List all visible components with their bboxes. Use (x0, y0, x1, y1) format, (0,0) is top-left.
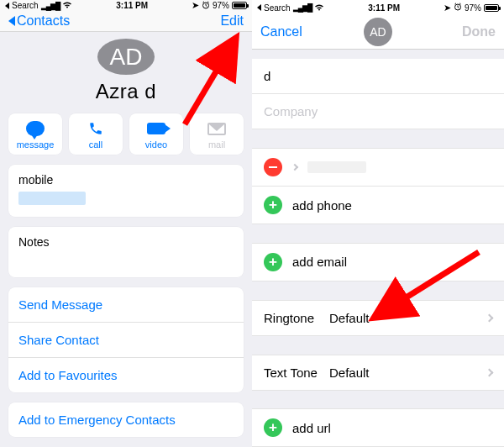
nav-bar-edit: Cancel AD Done (252, 15, 504, 49)
notes-card[interactable]: Notes (8, 227, 244, 277)
ringtone-row[interactable]: Ringtone Default (252, 300, 504, 336)
back-label: Contacts (17, 13, 70, 29)
texttone-label: Text Tone (264, 365, 329, 380)
back-button[interactable]: Contacts (8, 13, 70, 29)
add-phone-label: add phone (292, 198, 352, 213)
emergency-card: Add to Emergency Contacts (8, 402, 244, 437)
texttone-value: Default (329, 365, 370, 380)
phone-icon (88, 120, 103, 137)
add-email-row[interactable]: + add email (252, 243, 504, 281)
battery-icon (484, 4, 499, 12)
mail-label: mail (208, 139, 225, 150)
add-icon: + (264, 418, 282, 437)
location-icon: ➤ (192, 0, 199, 11)
add-icon: + (264, 196, 282, 214)
company-field[interactable]: Company (252, 94, 504, 129)
wifi-icon (62, 1, 72, 10)
phone-type-label: mobile (18, 173, 234, 187)
video-icon (147, 123, 165, 134)
status-bar: Search ▂▄▆█ 3:11 PM ➤ 97% (0, 0, 252, 11)
video-tile[interactable]: video (129, 113, 183, 155)
edit-button[interactable]: Edit (220, 13, 244, 29)
add-url-row[interactable]: + add url (252, 408, 504, 447)
avatar-small[interactable]: AD (364, 18, 392, 46)
add-emergency-link[interactable]: Add to Emergency Contacts (8, 402, 244, 437)
add-favourites-link[interactable]: Add to Favourites (8, 357, 244, 392)
send-message-link[interactable]: Send Message (8, 287, 244, 322)
company-placeholder: Company (264, 104, 318, 118)
contact-name: Azra d (0, 80, 252, 103)
battery-text: 97% (465, 3, 481, 13)
call-label: call (89, 139, 103, 150)
mail-icon (207, 123, 226, 135)
texttone-row[interactable]: Text Tone Default (252, 355, 504, 391)
notes-label: Notes (18, 235, 234, 249)
message-icon (26, 121, 45, 136)
wifi-icon (314, 3, 324, 13)
signal-icon: ▂▄▆█ (41, 2, 60, 10)
ringtone-value: Default (329, 311, 370, 325)
avatar: AD (97, 39, 155, 75)
alarm-icon (202, 1, 210, 11)
mail-tile: mail (190, 113, 244, 155)
done-button: Done (462, 24, 496, 39)
message-tile[interactable]: message (8, 113, 62, 155)
location-icon: ➤ (444, 3, 451, 13)
action-row: message call video mail (0, 113, 252, 155)
remove-icon[interactable] (264, 158, 282, 176)
phone-number-redacted (18, 192, 86, 205)
status-back-label: Search (264, 3, 291, 13)
back-triangle-icon (257, 4, 261, 11)
nav-bar: Contacts Edit (0, 11, 252, 32)
call-tile[interactable]: call (69, 113, 123, 155)
existing-phone-row[interactable] (252, 148, 504, 187)
status-time: 3:11 PM (368, 3, 400, 13)
signal-icon: ▂▄▆█ (293, 3, 312, 12)
alarm-icon (454, 3, 462, 13)
status-bar: Search ▂▄▆█ 3:11 PM ➤ 97% (252, 0, 504, 15)
share-contact-link[interactable]: Share Contact (8, 322, 244, 357)
add-url-label: add url (292, 421, 331, 435)
ringtone-label: Ringtone (264, 311, 329, 325)
message-label: message (17, 139, 55, 150)
links-card: Send Message Share Contact Add to Favour… (8, 287, 244, 392)
contact-view-screen: Search ▂▄▆█ 3:11 PM ➤ 97% Contacts Edit … (0, 0, 252, 447)
back-triangle-icon (5, 3, 9, 9)
phone-value-redacted (307, 161, 366, 173)
chevron-left-icon (8, 16, 15, 26)
chevron-right-icon (291, 163, 298, 170)
add-icon: + (264, 253, 282, 271)
status-back-label: Search (12, 1, 39, 10)
phone-card[interactable]: mobile (8, 165, 244, 217)
cancel-button[interactable]: Cancel (260, 24, 302, 39)
status-time: 3:11 PM (116, 1, 148, 10)
add-phone-row[interactable]: + add phone (252, 186, 504, 224)
contact-edit-screen: Search ▂▄▆█ 3:11 PM ➤ 97% Cancel AD Done (252, 0, 504, 447)
add-email-label: add email (292, 255, 347, 269)
chevron-right-icon (486, 313, 494, 322)
battery-icon (232, 2, 247, 9)
last-name-field[interactable]: d (252, 59, 504, 94)
battery-text: 97% (213, 1, 229, 10)
chevron-right-icon (486, 368, 494, 376)
video-label: video (145, 139, 167, 150)
